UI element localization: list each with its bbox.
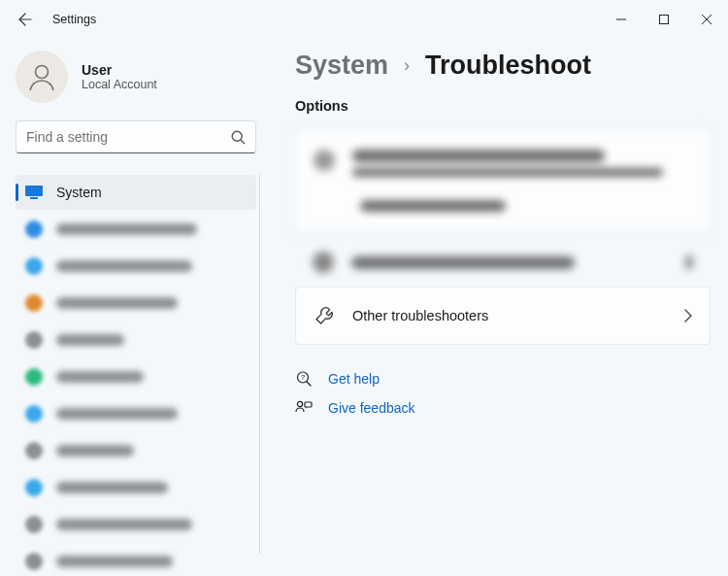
svg-point-2 [36, 66, 49, 79]
other-troubleshooters-row[interactable]: Other troubleshooters [295, 287, 711, 345]
chevron-right-icon [684, 309, 692, 322]
search-box[interactable] [16, 120, 256, 153]
svg-rect-10 [305, 402, 312, 407]
nav-icon [25, 479, 43, 496]
nav-label: Accessibility [56, 482, 168, 493]
svg-text:?: ? [301, 374, 305, 381]
breadcrumb-current: Troubleshoot [425, 51, 591, 81]
card-recommended-history [295, 238, 711, 287]
sidebar-item-9[interactable]: Privacy & security [16, 507, 256, 542]
search-input[interactable] [26, 129, 231, 145]
nav-icon [25, 331, 43, 349]
nav-icon [25, 516, 43, 533]
sidebar-item-7[interactable]: Gaming [16, 433, 256, 468]
give-feedback-label: Give feedback [328, 400, 415, 416]
close-icon [702, 15, 711, 24]
nav-icon [25, 257, 43, 275]
nav-icon [25, 368, 43, 386]
person-icon [25, 60, 58, 93]
minimize-icon [616, 15, 626, 24]
nav-label: Apps [56, 334, 124, 346]
nav-label: Personalization [56, 297, 178, 309]
svg-point-9 [297, 401, 302, 406]
close-button[interactable] [685, 5, 728, 34]
nav-label: System [56, 185, 102, 200]
nav-list: SystemBluetooth & devicesNetwork & inter… [16, 175, 256, 576]
nav-label: Windows Update [56, 556, 173, 567]
nav-icon [25, 294, 43, 312]
sidebar-item-6[interactable]: Time & language [16, 396, 256, 431]
nav-icon [25, 553, 43, 570]
minimize-button[interactable] [600, 5, 643, 34]
nav-label: Time & language [56, 408, 178, 420]
sidebar-item-4[interactable]: Apps [16, 322, 256, 357]
nav-icon [25, 442, 43, 459]
sidebar-item-8[interactable]: Accessibility [16, 470, 256, 505]
sidebar-item-3[interactable]: Personalization [16, 286, 256, 321]
window-controls [600, 5, 728, 34]
card-recommended-prefs [295, 129, 711, 232]
back-button[interactable] [10, 4, 41, 35]
get-help-label: Get help [328, 371, 380, 387]
give-feedback-link[interactable]: Give feedback [295, 399, 711, 417]
nav-icon [25, 220, 43, 238]
search-icon [231, 130, 246, 145]
sidebar-item-2[interactable]: Network & internet [16, 249, 256, 284]
user-account-type: Local Account [82, 78, 157, 91]
user-name: User [82, 62, 157, 78]
nav-icon [25, 184, 43, 201]
breadcrumb: System › Troubleshoot [295, 51, 711, 81]
svg-rect-5 [25, 186, 43, 196]
svg-rect-6 [30, 197, 38, 199]
sidebar-item-10[interactable]: Windows Update [16, 544, 256, 576]
avatar [16, 51, 68, 103]
nav-icon [25, 405, 43, 423]
nav-label: Network & internet [56, 260, 192, 272]
svg-point-3 [232, 131, 242, 141]
svg-line-4 [241, 140, 245, 144]
sidebar: User Local Account SystemBluetooth & dev… [0, 39, 272, 576]
sidebar-item-5[interactable]: Accounts [16, 359, 256, 394]
main-panel: System › Troubleshoot Options [272, 39, 728, 576]
breadcrumb-root[interactable]: System [295, 51, 388, 81]
wrench-icon [314, 305, 335, 326]
maximize-icon [659, 15, 669, 24]
titlebar: Settings [0, 0, 728, 39]
chevron-right-icon: › [404, 55, 410, 76]
nav-label: Privacy & security [56, 519, 192, 530]
sidebar-item-0[interactable]: System [16, 175, 256, 210]
help-icon: ? [295, 370, 313, 388]
feedback-icon [295, 399, 313, 417]
section-title: Options [295, 98, 711, 114]
maximize-button[interactable] [643, 5, 685, 34]
nav-label: Gaming [56, 445, 134, 457]
get-help-link[interactable]: ? Get help [295, 370, 711, 388]
other-troubleshooters-label: Other troubleshooters [352, 308, 667, 323]
arrow-left-icon [17, 12, 33, 27]
nav-label: Bluetooth & devices [56, 223, 197, 235]
svg-rect-1 [660, 16, 669, 24]
sidebar-item-1[interactable]: Bluetooth & devices [16, 212, 256, 247]
window-title: Settings [52, 13, 96, 26]
nav-label: Accounts [56, 371, 144, 383]
user-block[interactable]: User Local Account [16, 49, 256, 120]
